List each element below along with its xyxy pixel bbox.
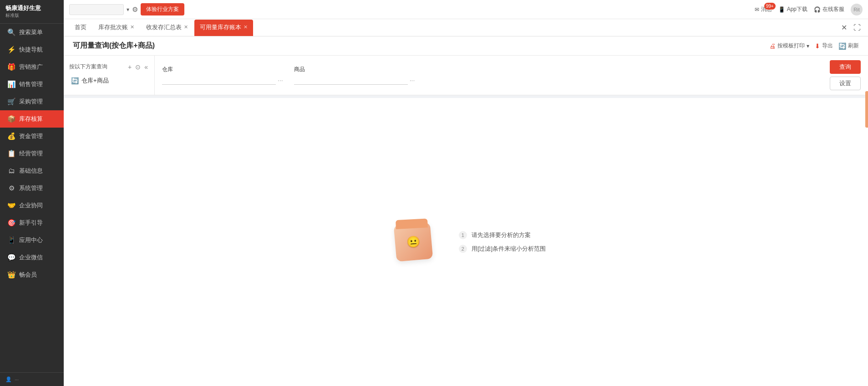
marketing-icon: 🎁 xyxy=(7,63,15,71)
sidebar-item-newbie[interactable]: 🎯新手引导 xyxy=(0,214,64,232)
tab-close-receive-summary[interactable]: ✕ xyxy=(184,24,188,30)
purchase-icon: 🛒 xyxy=(7,98,15,106)
warehouse-picker-button[interactable]: ··· xyxy=(278,77,283,84)
sidebar-item-label-search: 搜索菜单 xyxy=(19,28,43,36)
sidebar-item-label-enterprise: 企业协同 xyxy=(19,201,43,210)
close-tab-button[interactable]: ✕ xyxy=(839,22,849,33)
tip-number-2: 2 xyxy=(459,245,467,253)
print-button[interactable]: 🖨 按模板打印 ▾ xyxy=(769,42,809,50)
page-content: 可用量查询(按仓库+商品) 🖨 按模板打印 ▾ ⬇ 导出 🔄 刷新 xyxy=(64,36,868,386)
sidebar-item-app-center[interactable]: 📱应用中心 xyxy=(0,232,64,249)
query-button[interactable]: 查询 xyxy=(830,60,861,74)
empty-tip-2: 2 用[过滤]条件来缩小分析范围 xyxy=(459,245,546,253)
tab-available-ledger[interactable]: 可用量库存账本✕ xyxy=(194,20,253,36)
tab-batch-account[interactable]: 库存批次账✕ xyxy=(93,20,140,36)
sidebar-item-sales[interactable]: 📊销售管理 xyxy=(0,76,64,93)
sidebar-item-enterprise[interactable]: 🤝企业协同 xyxy=(0,197,64,214)
sidebar-item-operations[interactable]: 📋经营管理 xyxy=(0,145,64,162)
add-scheme-button[interactable]: + xyxy=(127,63,132,71)
sidebar-item-label-quick-nav: 快捷导航 xyxy=(19,46,43,54)
message-badge: 99+ xyxy=(764,3,776,10)
query-area: 按以下方案查询 + ⊙ « 🔄 仓库+ xyxy=(64,56,868,95)
scheme-item-warehouse-product[interactable]: 🔄 仓库+商品 xyxy=(64,73,154,88)
product-picker-button[interactable]: ··· xyxy=(410,77,415,84)
newbie-icon: 🎯 xyxy=(7,219,15,227)
print-dropdown-icon[interactable]: ▾ xyxy=(807,43,809,49)
member-icon: 👑 xyxy=(7,271,15,279)
sales-icon: 📊 xyxy=(7,80,15,88)
topbar-dropdown-arrow[interactable]: ▾ xyxy=(127,6,129,13)
sidebar-item-label-app-center: 应用中心 xyxy=(19,236,43,244)
topbar-left: ▾ ⚙ 体验行业方案 xyxy=(69,3,751,15)
tip-text-2: 用[过滤]条件来缩小分析范围 xyxy=(472,245,546,253)
sidebar-item-inventory[interactable]: 📦库存核算 xyxy=(0,110,64,128)
print-label: 按模板打印 xyxy=(777,42,805,50)
sidebar-item-search[interactable]: 🔍搜索菜单 xyxy=(0,24,64,41)
sidebar-item-label-operations: 经营管理 xyxy=(19,149,43,158)
topbar-search-input[interactable] xyxy=(69,4,124,15)
sidebar-item-purchase[interactable]: 🛒采购管理 xyxy=(0,93,64,110)
sidebar-logo: 畅康通好生意 标准版 xyxy=(0,0,64,24)
refresh-button[interactable]: 🔄 刷新 xyxy=(838,42,859,50)
sidebar-item-member[interactable]: 👑畅会员 xyxy=(0,266,64,283)
page-header: 可用量查询(按仓库+商品) 🖨 按模板打印 ▾ ⬇ 导出 🔄 刷新 xyxy=(64,36,868,56)
fullscreen-button[interactable]: ⛶ xyxy=(852,23,863,33)
avatar-text: Rit xyxy=(853,7,859,12)
query-sidebar-header-actions: + ⊙ « xyxy=(127,63,149,71)
settings-button[interactable]: 设置 xyxy=(830,77,861,90)
tab-home[interactable]: 首页 xyxy=(69,20,92,36)
warehouse-input[interactable] xyxy=(162,75,276,85)
empty-tips: 1 请先选择要分析的方案 2 用[过滤]条件来缩小分析范围 xyxy=(459,231,546,253)
message-button[interactable]: ✉ 消息 99+ xyxy=(755,5,772,13)
print-icon: 🖨 xyxy=(769,42,776,50)
sidebar-item-label-basic: 基础信息 xyxy=(19,167,43,175)
scroll-indicator[interactable] xyxy=(865,91,868,128)
basic-icon: 🗂 xyxy=(7,167,15,175)
warehouse-input-wrapper: ··· xyxy=(162,75,283,85)
tab-close-available-ledger[interactable]: ✕ xyxy=(244,24,248,30)
product-input[interactable] xyxy=(294,75,408,85)
collapse-icon: « xyxy=(144,63,148,71)
topbar: ▾ ⚙ 体验行业方案 ✉ 消息 99+ 📱 App下载 🎧 在线客服 Rit xyxy=(64,0,868,19)
tab-receive-summary[interactable]: 收发存汇总表✕ xyxy=(141,20,193,36)
sidebar-item-finance[interactable]: 💰资金管理 xyxy=(0,128,64,145)
sidebar-item-marketing[interactable]: 🎁营销推广 xyxy=(0,58,64,76)
scheme-settings-button[interactable]: ⊙ xyxy=(134,63,142,71)
sidebar-bottom: 👤 ··· xyxy=(0,372,64,386)
export-icon: ⬇ xyxy=(815,42,820,50)
sidebar-item-system[interactable]: ⚙系统管理 xyxy=(0,180,64,197)
product-label: 商品 xyxy=(294,66,415,73)
settings-circle-icon: ⊙ xyxy=(135,63,141,71)
sidebar-item-label-finance: 资金管理 xyxy=(19,132,43,140)
sidebar-item-quick-nav[interactable]: ⚡快捷导航 xyxy=(0,41,64,58)
tab-label-batch-account: 库存批次账 xyxy=(98,23,128,31)
app-download-button[interactable]: 📱 App下载 xyxy=(778,5,807,13)
empty-box-icon: 😐 xyxy=(394,222,433,262)
headset-icon: 🎧 xyxy=(814,6,821,13)
tab-close-batch-account[interactable]: ✕ xyxy=(130,24,134,30)
logo-title: 畅康通好生意 xyxy=(5,5,58,12)
scheme-icon: 🔄 xyxy=(71,77,79,84)
finance-icon: 💰 xyxy=(7,132,15,140)
export-label: 导出 xyxy=(822,42,833,50)
page-title: 可用量查询(按仓库+商品) xyxy=(73,41,155,51)
quick-nav-icon: ⚡ xyxy=(7,46,15,54)
operations-icon: 📋 xyxy=(7,149,15,158)
enterprise-icon: 🤝 xyxy=(7,201,15,210)
collapse-sidebar-button[interactable]: « xyxy=(143,63,149,71)
online-service-button[interactable]: 🎧 在线客服 xyxy=(814,5,844,13)
empty-illustration: 😐 xyxy=(386,215,441,269)
sidebar-item-wechat[interactable]: 💬企业微信 xyxy=(0,249,64,266)
query-sidebar: 按以下方案查询 + ⊙ « 🔄 仓库+ xyxy=(64,56,155,95)
export-button[interactable]: ⬇ 导出 xyxy=(815,42,833,50)
industry-solution-button[interactable]: 体验行业方案 xyxy=(141,3,184,15)
app-download-icon: 📱 xyxy=(778,6,785,13)
user-avatar[interactable]: Rit xyxy=(851,4,863,15)
add-icon: + xyxy=(128,63,132,71)
sidebar-bottom-label: ··· xyxy=(15,377,19,382)
sidebar-item-label-wechat: 企业微信 xyxy=(19,253,43,262)
sidebar-item-label-inventory: 库存核算 xyxy=(19,115,43,123)
sidebar-item-basic[interactable]: 🗂基础信息 xyxy=(0,162,64,180)
sidebar-item-label-marketing: 营销推广 xyxy=(19,63,43,71)
topbar-gear-icon[interactable]: ⚙ xyxy=(132,5,138,14)
